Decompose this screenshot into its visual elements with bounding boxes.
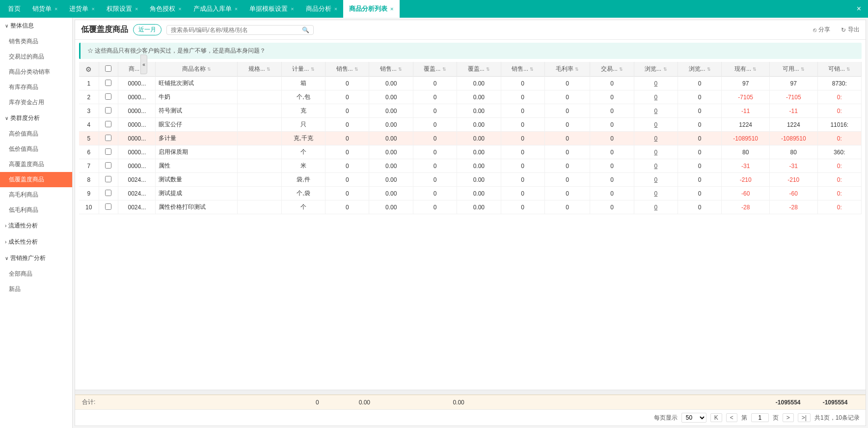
nav-tab-analysis[interactable]: 商品分析 × xyxy=(300,0,343,18)
sidebar-section-cluster[interactable]: ∨ 类群度分析 xyxy=(0,110,72,126)
sidebar-section-marketing[interactable]: ∨ 营销推广分析 xyxy=(0,250,72,266)
nav-tab-roles[interactable]: 角色授权 × xyxy=(144,0,187,18)
row-checkbox[interactable] xyxy=(99,104,118,118)
col-sales-cnt2[interactable]: 销售... ⇅ xyxy=(501,62,544,77)
share-button[interactable]: ⎋ 分享 xyxy=(813,26,830,34)
row-spec xyxy=(238,187,281,200)
col-cover1[interactable]: 覆盖... ⇅ xyxy=(413,62,457,77)
row-checkbox[interactable] xyxy=(99,187,118,200)
main-layout: ∨ 整体信息 销售类商品 交易过的商品 商品分类动销率 有库存商品 库存资金占用… xyxy=(0,18,868,428)
row-browse1[interactable]: 0 xyxy=(634,132,678,145)
close-icon[interactable]: × xyxy=(235,6,238,12)
row-margin: 0 xyxy=(544,90,590,104)
sidebar-item-high-margin[interactable]: 高毛利商品 xyxy=(0,187,72,202)
col-browse1[interactable]: 浏览... ⇅ xyxy=(634,62,678,77)
col-settings[interactable]: ⚙ xyxy=(79,62,99,77)
sidebar-item-high-coverage[interactable]: 高覆盖度商品 xyxy=(0,157,72,172)
nav-tab-template[interactable]: 单据模板设置 × xyxy=(244,0,299,18)
col-spec[interactable]: 规格... ⇅ xyxy=(238,62,281,77)
row-available: -11 xyxy=(769,104,817,118)
row-checkbox[interactable] xyxy=(99,90,118,104)
window-close-button[interactable]: × xyxy=(852,4,866,13)
first-page-button[interactable]: K xyxy=(710,413,722,422)
close-icon[interactable]: × xyxy=(135,6,138,12)
sidebar-collapse-button[interactable]: « xyxy=(140,55,147,74)
row-browse1[interactable]: 0 xyxy=(634,187,678,200)
search-input[interactable] xyxy=(171,27,300,33)
sidebar-item-low-coverage[interactable]: 低覆盖度商品 xyxy=(0,172,72,187)
totals-label: 合计: xyxy=(82,398,102,406)
col-cover2[interactable]: 覆盖... ⇅ xyxy=(457,62,501,77)
search-icon[interactable]: 🔍 xyxy=(302,27,309,33)
row-browse1[interactable]: 0 xyxy=(634,104,678,118)
sidebar-item-stock-capital[interactable]: 库存资金占用 xyxy=(0,95,72,110)
last-page-button[interactable]: >| xyxy=(798,413,811,422)
row-sales-count: 0 xyxy=(326,90,369,104)
sidebar-section-flow[interactable]: › 流通性分析 xyxy=(0,218,72,234)
row-browse1[interactable]: 0 xyxy=(634,90,678,104)
row-num: 8 xyxy=(79,173,99,187)
sidebar-item-traded-goods[interactable]: 交易过的商品 xyxy=(0,49,72,64)
row-browse1[interactable]: 0 xyxy=(634,77,678,90)
nav-tab-sales[interactable]: 销货单 × xyxy=(27,0,63,18)
row-cover2: 0.00 xyxy=(457,159,501,173)
nav-tab-purchase[interactable]: 进货单 × xyxy=(63,0,100,18)
col-saleable[interactable]: 可销... ⇅ xyxy=(817,62,861,77)
close-icon[interactable]: × xyxy=(390,6,393,12)
sidebar-section-overall[interactable]: ∨ 整体信息 xyxy=(0,18,72,34)
row-browse1[interactable]: 0 xyxy=(634,118,678,132)
row-checkbox[interactable] xyxy=(99,200,118,214)
col-available[interactable]: 可用... ⇅ xyxy=(769,62,817,77)
row-unit: 个,包 xyxy=(281,90,325,104)
export-button[interactable]: ↻ 导出 xyxy=(841,26,860,34)
sidebar-item-new-goods[interactable]: 新品 xyxy=(0,282,72,297)
close-icon[interactable]: × xyxy=(334,6,337,12)
sidebar-item-sales-goods[interactable]: 销售类商品 xyxy=(0,34,72,49)
col-sales-count[interactable]: 销售... ⇅ xyxy=(326,62,369,77)
col-current-stock[interactable]: 现有... ⇅ xyxy=(722,62,770,77)
close-icon[interactable]: × xyxy=(178,6,181,12)
next-page-button[interactable]: > xyxy=(783,413,794,422)
row-browse1[interactable]: 0 xyxy=(634,200,678,214)
sidebar-item-low-margin[interactable]: 低毛利商品 xyxy=(0,202,72,218)
filter-recent-month-button[interactable]: 近一月 xyxy=(133,24,162,35)
sidebar-item-all-goods[interactable]: 全部商品 xyxy=(0,266,72,282)
row-browse1[interactable]: 0 xyxy=(634,173,678,187)
col-trade[interactable]: 交易... ⇅ xyxy=(590,62,634,77)
col-unit[interactable]: 计量... ⇅ xyxy=(281,62,325,77)
horizontal-scrollbar[interactable] xyxy=(75,390,866,395)
row-browse1[interactable]: 0 xyxy=(634,159,678,173)
col-checkbox[interactable] xyxy=(99,62,118,77)
page-number-input[interactable] xyxy=(751,413,769,422)
row-checkbox[interactable] xyxy=(99,132,118,145)
row-checkbox[interactable] xyxy=(99,173,118,187)
row-checkbox[interactable] xyxy=(99,77,118,90)
col-sales-amount[interactable]: 销售... ⇅ xyxy=(369,62,413,77)
select-all-checkbox[interactable] xyxy=(105,65,111,72)
col-browse2[interactable]: 浏览... ⇅ xyxy=(678,62,722,77)
col-name[interactable]: 商品名称 ⇅ xyxy=(156,62,238,77)
row-browse1[interactable]: 0 xyxy=(634,145,678,159)
row-browse2: 0 xyxy=(678,200,722,214)
col-code[interactable]: 商... ⇅ xyxy=(118,62,156,77)
row-current-stock: -11 xyxy=(722,104,770,118)
sidebar-section-growth[interactable]: › 成长性分析 xyxy=(0,234,72,250)
row-code: 0000... xyxy=(118,145,156,159)
row-checkbox[interactable] xyxy=(99,118,118,132)
nav-tab-analysis-list[interactable]: 商品分析列表 × xyxy=(343,0,399,18)
close-icon[interactable]: × xyxy=(91,6,94,12)
close-icon[interactable]: × xyxy=(291,6,294,12)
row-checkbox[interactable] xyxy=(99,159,118,173)
sidebar-item-low-value[interactable]: 低价值商品 xyxy=(0,142,72,157)
prev-page-button[interactable]: < xyxy=(726,413,737,422)
sidebar-item-high-value[interactable]: 高价值商品 xyxy=(0,126,72,142)
nav-tab-product-entry[interactable]: 产成品入库单 × xyxy=(188,0,244,18)
page-size-select[interactable]: 50 20 100 200 xyxy=(681,413,706,423)
row-checkbox[interactable] xyxy=(99,145,118,159)
sidebar-item-stock-goods[interactable]: 有库存商品 xyxy=(0,80,72,95)
col-margin[interactable]: 毛利率 ⇅ xyxy=(544,62,590,77)
sidebar-item-category-rate[interactable]: 商品分类动销率 xyxy=(0,64,72,80)
nav-tab-permissions[interactable]: 权限设置 × xyxy=(101,0,144,18)
nav-tab-home[interactable]: 首页 xyxy=(2,0,27,18)
close-icon[interactable]: × xyxy=(54,6,57,12)
